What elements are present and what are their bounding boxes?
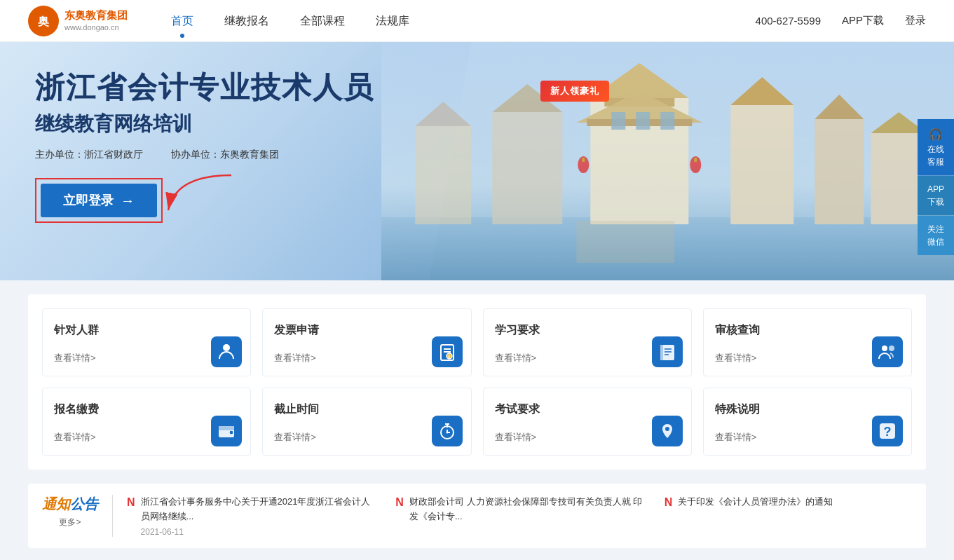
notice-text-2: 财政部会计司 人力资源社会保障部专技司有关负责人就 印发《会计专... xyxy=(409,495,643,524)
wallet-icon xyxy=(211,416,242,446)
building-svg xyxy=(381,42,954,280)
nav-laws[interactable]: 法规库 xyxy=(360,0,425,42)
hero-subtitle: 继续教育网络培训 xyxy=(35,111,374,137)
svg-rect-16 xyxy=(731,105,794,224)
header: 奥 东奥教育集团 www.dongao.cn 首页 继教报名 全部课程 法规库 … xyxy=(0,0,954,42)
headphone-icon: 🎧 xyxy=(920,126,951,143)
notice-icon-2: N xyxy=(395,496,404,509)
phone-number: 400-627-5599 xyxy=(756,15,821,27)
red-arrow xyxy=(154,172,238,221)
invoice-icon: ¥ xyxy=(432,336,463,367)
logo[interactable]: 奥 东奥教育集团 www.dongao.cn xyxy=(28,6,128,36)
svg-point-49 xyxy=(446,432,448,434)
svg-text:奥: 奥 xyxy=(37,15,50,27)
question-icon: ? xyxy=(872,416,903,446)
logo-icon: 奥 xyxy=(28,6,59,36)
hero-banner: 新人领豪礼 浙江省会计专业技术人员 继续教育网络培训 主办单位：浙江省财政厅 协… xyxy=(0,42,954,280)
card-registration-fee[interactable]: 报名缴费 查看详情> xyxy=(42,388,251,456)
gong-char: 公告 xyxy=(70,495,98,514)
svg-rect-6 xyxy=(493,112,563,224)
svg-rect-15 xyxy=(661,112,675,130)
nav-courses[interactable]: 全部课程 xyxy=(285,0,360,42)
card-title: 审核查询 xyxy=(715,323,900,338)
card-title: 截止时间 xyxy=(274,402,459,417)
login-btn-wrapper: 立即登录 → xyxy=(35,178,163,223)
people-icon xyxy=(872,336,903,367)
info-cards-grid: 针对人群 查看详情> 发票申请 查看详情> ¥ xyxy=(28,294,926,470)
card-exam-requirements[interactable]: 考试要求 查看详情> xyxy=(483,388,692,456)
logo-text: 东奥教育集团 www.dongao.cn xyxy=(64,8,128,33)
card-study-requirements[interactable]: 学习要求 查看详情> xyxy=(483,308,692,376)
svg-rect-25 xyxy=(695,158,697,162)
notice-item-3: N 关于印发《会计人员管理办法》的通知 xyxy=(665,495,912,537)
svg-point-50 xyxy=(665,427,669,431)
svg-rect-26 xyxy=(577,221,675,263)
svg-rect-4 xyxy=(416,126,472,224)
card-title: 考试要求 xyxy=(495,402,680,417)
svg-point-40 xyxy=(889,346,894,351)
organizer2: 协办单位：东奥教育集团 xyxy=(171,149,279,161)
card-title: 特殊说明 xyxy=(715,402,900,417)
nav-home[interactable]: 首页 xyxy=(156,0,209,42)
card-review-query[interactable]: 审核查询 查看详情> xyxy=(703,308,912,376)
svg-text:?: ? xyxy=(884,425,892,439)
notice-text-3: 关于印发《会计人员管理办法》的通知 xyxy=(678,495,912,510)
card-invoice[interactable]: 发票申请 查看详情> ¥ xyxy=(262,308,471,376)
header-right: 400-627-5599 APP下载 登录 xyxy=(756,14,926,27)
notice-item-1: N 浙江省会计事务服务中心关于开通2021年度浙江省会计人员网络继续... 20… xyxy=(127,495,374,537)
notice-icon-3: N xyxy=(665,496,673,509)
notices-bar: 通知 公告 更多> N 浙江省会计事务服务中心关于开通2021年度浙江省会计人员… xyxy=(28,484,926,548)
wechat-follow-btn[interactable]: 关注 微信 xyxy=(918,216,954,255)
notice-item-2: N 财政部会计司 人力资源社会保障部专技司有关负责人就 印发《会计专... xyxy=(395,495,643,537)
online-service-btn[interactable]: 🎧 在线 客服 xyxy=(918,119,954,176)
card-title: 学习要求 xyxy=(495,323,680,338)
main-nav: 首页 继教报名 全部课程 法规库 xyxy=(156,0,756,42)
svg-rect-14 xyxy=(636,112,650,130)
app-download-btn[interactable]: APP 下载 xyxy=(918,176,954,216)
card-title: 发票申请 xyxy=(274,323,459,338)
svg-point-28 xyxy=(223,344,230,351)
card-special-notes[interactable]: 特殊说明 查看详情> ? xyxy=(703,388,912,456)
card-title: 报名缴费 xyxy=(54,402,239,417)
arrow-icon: → xyxy=(121,193,135,209)
notice-title-3[interactable]: 关于印发《会计人员管理办法》的通知 xyxy=(678,495,912,510)
notice-title-2[interactable]: 财政部会计司 人力资源社会保障部专技司有关负责人就 印发《会计专... xyxy=(409,495,643,524)
notices-more[interactable]: 更多> xyxy=(59,517,81,528)
card-title: 针对人群 xyxy=(54,323,239,338)
main-content: 针对人群 查看详情> 发票申请 查看详情> ¥ xyxy=(0,280,954,560)
divider xyxy=(112,495,113,537)
notice-date-1: 2021-06-11 xyxy=(141,527,375,537)
person-icon xyxy=(211,336,242,367)
notice-title-1[interactable]: 浙江省会计事务服务中心关于开通2021年度浙江省会计人员网络继续... xyxy=(141,495,375,524)
new-user-badge[interactable]: 新人领豪礼 xyxy=(540,81,609,102)
login-button[interactable]: 立即登录 → xyxy=(41,184,157,217)
svg-rect-35 xyxy=(660,345,663,360)
app-download-link[interactable]: APP下载 xyxy=(842,14,884,27)
notices-label: 通知 公告 更多> xyxy=(42,495,98,528)
notices-list: N 浙江省会计事务服务中心关于开通2021年度浙江省会计人员网络继续... 20… xyxy=(127,495,912,537)
card-target-audience[interactable]: 针对人群 查看详情> xyxy=(42,308,251,376)
svg-rect-13 xyxy=(612,112,626,130)
organizer1: 主办单位：浙江省财政厅 xyxy=(35,149,143,161)
timer-icon xyxy=(432,416,463,446)
hero-organizer: 主办单位：浙江省财政厅 协办单位：东奥教育集团 xyxy=(35,149,374,161)
svg-point-39 xyxy=(882,346,887,351)
notices-title: 通知 公告 xyxy=(42,495,98,514)
login-link[interactable]: 登录 xyxy=(905,14,926,27)
card-deadline[interactable]: 截止时间 查看详情> xyxy=(262,388,471,456)
svg-rect-18 xyxy=(815,119,864,224)
notice-text-1: 浙江省会计事务服务中心关于开通2021年度浙江省会计人员网络继续... 2021… xyxy=(141,495,375,537)
nav-jiujiao[interactable]: 继教报名 xyxy=(209,0,285,42)
zhi-char: 通知 xyxy=(42,495,70,514)
svg-rect-43 xyxy=(229,430,233,435)
hero-title: 浙江省会计专业技术人员 xyxy=(35,70,374,105)
notice-icon-1: N xyxy=(127,496,135,509)
svg-rect-42 xyxy=(219,426,234,430)
pin-icon xyxy=(652,416,683,446)
book-icon xyxy=(652,336,683,367)
side-float-panel: 🎧 在线 客服 APP 下载 关注 微信 xyxy=(918,119,954,255)
svg-rect-23 xyxy=(582,158,585,162)
